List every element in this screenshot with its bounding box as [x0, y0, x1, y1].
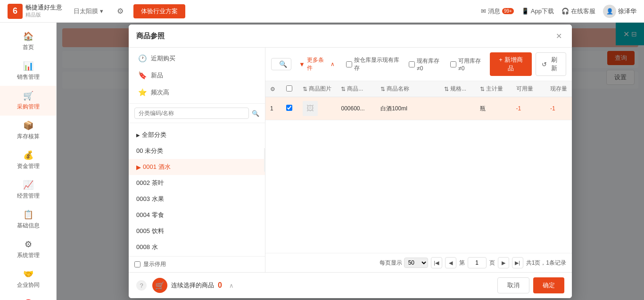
cart-btn[interactable]: 🛒	[152, 278, 167, 293]
sidebar-item-sales[interactable]: 📊 销售管理	[0, 56, 56, 86]
checkbox-available[interactable]: 可用库存≠0	[450, 57, 486, 72]
confirm-btn[interactable]: 确定	[533, 277, 564, 293]
help-icon[interactable]: ?	[136, 280, 147, 291]
sort-icon-code[interactable]: ⇅	[341, 86, 346, 92]
cat-item-all[interactable]: ▶ 全部分类	[129, 127, 265, 143]
sidebar-item-purchase[interactable]: 🛒 采购管理	[0, 86, 56, 116]
sidebar-item-home[interactable]: 🏠 首页	[0, 26, 56, 56]
messages-btn[interactable]: ✉ 消息 99+	[481, 7, 514, 16]
shortcut-recent[interactable]: 🕐 近期购买	[134, 51, 259, 66]
purchase-icon: 🛒	[23, 91, 33, 101]
collapse-icon: ∧	[229, 282, 234, 289]
cat-item-beverage[interactable]: 0005 饮料	[129, 223, 265, 239]
sidebar-item-collab[interactable]: 🤝 企业协同	[0, 264, 56, 294]
try-industry-btn[interactable]: 体验行业方案	[133, 4, 185, 18]
logo-icon: 6	[8, 4, 23, 19]
active-arrow-icon: ▶	[136, 164, 141, 171]
sort-icon-image[interactable]: ⇅	[303, 86, 307, 92]
add-product-btn[interactable]: + 新增商品	[490, 52, 532, 76]
row-image: 🖼	[298, 97, 336, 120]
base-info-icon: 📋	[23, 209, 33, 220]
phone-icon: 📱	[521, 8, 529, 15]
filter-btn[interactable]: ▼ 更多条件 ∧	[295, 54, 339, 74]
shortcut-new[interactable]: 🔖 新品	[134, 68, 259, 83]
top-nav: 6 畅捷通好生意 精品版 日太阳膜 ▾ ⚙ 体验行业方案 ✉ 消息 99+ 📱 …	[0, 0, 644, 23]
col-checkbox	[281, 81, 298, 97]
refresh-icon: ↺	[542, 61, 547, 68]
col-spec: ⇅ 规格...	[439, 81, 475, 97]
sidebar-item-inventory[interactable]: 📦 库存核算	[0, 116, 56, 145]
row-code: 000600...	[336, 97, 376, 120]
cat-item-water[interactable]: 0008 水	[129, 239, 265, 255]
settings-icon[interactable]: ⚙	[113, 4, 128, 19]
table-settings-icon[interactable]: ⚙	[270, 86, 275, 92]
warehouse-checkbox[interactable]	[346, 61, 352, 67]
sidebar-item-finance[interactable]: 💰 资金管理	[0, 145, 56, 175]
checkbox-warehouse[interactable]: 按仓库显示现有库存	[346, 56, 403, 72]
sidebar-item-operations[interactable]: 📈 经营管理	[0, 175, 56, 205]
checkbox-stock[interactable]: 现有库存≠0	[409, 57, 445, 72]
nav-selector[interactable]: 日太阳膜 ▾	[70, 5, 107, 17]
category-sidebar: 🕐 近期购买 🔖 新品 ⭐ 频次高	[129, 48, 265, 272]
page-size-select: 每页显示 50 100 200	[380, 258, 428, 268]
page-size-dropdown[interactable]: 50 100 200	[404, 258, 428, 268]
sort-icon-spec[interactable]: ⇅	[444, 86, 449, 92]
cat-item-tea[interactable]: 0002 茶叶	[129, 175, 265, 191]
operations-icon: 📈	[23, 180, 33, 190]
inventory-icon: 📦	[23, 120, 33, 131]
product-image: 🖼	[303, 101, 318, 116]
new-icon: 🔖	[138, 71, 147, 80]
product-table-wrap: ⚙ ⇅ 商品图片	[265, 81, 572, 253]
current-page-input[interactable]	[468, 257, 487, 268]
logo-area: 6 畅捷通好生意 精品版	[8, 4, 64, 19]
refresh-btn[interactable]: ↺ 刷新	[536, 52, 566, 76]
select-all-checkbox[interactable]	[286, 85, 292, 92]
clock-icon: 🕐	[138, 54, 147, 63]
prev-page-btn[interactable]: ◀	[445, 257, 456, 268]
sort-icon-unit[interactable]: ⇅	[480, 86, 485, 92]
online-service-btn[interactable]: 🎧 在线客服	[561, 7, 595, 16]
row-select-checkbox[interactable]	[286, 105, 292, 111]
category-search-input[interactable]	[134, 108, 249, 119]
search-submit-icon[interactable]: 🔍	[279, 60, 287, 68]
sidebar-item-guide[interactable]: 🎯 新手引导	[0, 294, 56, 300]
sidebar-item-base-info[interactable]: 📋 基础信息	[0, 205, 56, 234]
modal-dialog: 商品参照 ✕ 🕐 近期购买 🔖	[129, 25, 572, 298]
category-shortcuts: 🕐 近期购买 🔖 新品 ⭐ 频次高	[129, 48, 265, 104]
modal-close-btn[interactable]: ✕	[553, 30, 564, 42]
last-page-btn[interactable]: ▶|	[512, 257, 523, 268]
col-settings[interactable]: ⚙	[265, 81, 281, 97]
expand-arrow-icon: ▶	[136, 133, 140, 138]
footer-cart: 🛒 连续选择的商品 0 ∧	[152, 278, 237, 293]
shopping-cart-icon: 🛒	[155, 281, 165, 290]
available-checkbox[interactable]	[450, 61, 456, 67]
finance-icon: 💰	[23, 150, 33, 160]
row-name: 白酒100ml	[376, 97, 439, 120]
shortcut-frequent[interactable]: ⭐ 频次高	[134, 85, 259, 100]
collab-icon: 🤝	[23, 269, 33, 279]
cancel-btn[interactable]: 取消	[497, 277, 529, 293]
cat-item-fruit[interactable]: 0003 水果	[129, 191, 265, 207]
first-page-btn[interactable]: |◀	[431, 257, 442, 268]
row-available: -1	[512, 97, 545, 120]
col-unit: ⇅ 主计量	[475, 81, 512, 97]
action-btns: + 新增商品 ↺ 刷新	[490, 52, 566, 76]
sort-icon-name[interactable]: ⇅	[380, 86, 385, 92]
search-input[interactable]	[275, 58, 279, 70]
cat-item-snack[interactable]: 0004 零食	[129, 207, 265, 223]
user-avatar-area[interactable]: 👤 徐泽华	[603, 5, 636, 18]
table-row[interactable]: 1 🖼 000600... 白酒100ml	[265, 97, 572, 120]
sidebar-item-system[interactable]: ⚙ 系统管理	[0, 234, 56, 264]
sales-icon: 📊	[23, 61, 33, 71]
stock-checkbox[interactable]	[409, 61, 415, 67]
show-disabled-area: 显示停用	[129, 256, 265, 272]
modal-title: 商品参照	[136, 32, 165, 41]
app-download-btn[interactable]: 📱 App下载	[521, 7, 554, 16]
modal-body: 🕐 近期购买 🔖 新品 ⭐ 频次高	[129, 48, 572, 272]
cat-item-unclassified[interactable]: 00 未分类	[129, 143, 265, 159]
cat-item-liquor[interactable]: ▶ 0001 酒水	[129, 159, 265, 175]
collapse-cart-btn[interactable]: ∧	[226, 280, 237, 291]
show-disabled-checkbox[interactable]	[134, 261, 140, 267]
next-page-btn[interactable]: ▶	[498, 257, 509, 268]
search-icon[interactable]: 🔍	[252, 110, 259, 117]
